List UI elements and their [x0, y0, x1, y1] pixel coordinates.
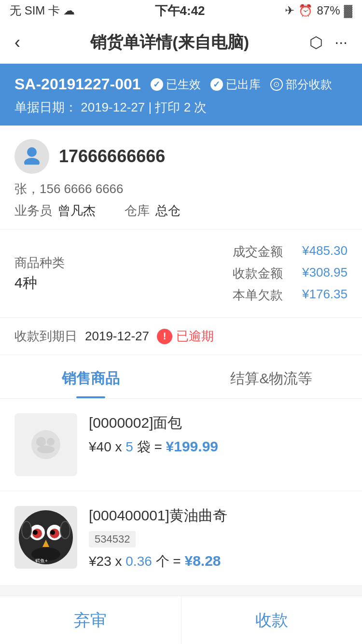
- salesman-item: 业务员 曾凡杰: [14, 202, 96, 219]
- status-left: 无 SIM 卡 ☁: [10, 3, 75, 18]
- overdue-text: 已逾期: [176, 328, 214, 345]
- quantity-1: 5: [125, 439, 133, 454]
- owl-placeholder: 鳄鱼+: [14, 506, 77, 569]
- product-price-2: ¥23 x 0.36 个 = ¥8.28: [89, 552, 348, 571]
- product-info-1: [0000002]面包 ¥40 x 5 袋 = ¥199.99: [89, 413, 348, 456]
- received-value: ¥308.95: [302, 265, 348, 282]
- warehouse-label: 仓库: [125, 202, 150, 219]
- owed-row: 本单欠款 ¥176.35: [233, 287, 348, 304]
- date-value: 2019-12-27: [81, 100, 145, 114]
- product-image-1: [14, 413, 77, 476]
- total-2: ¥8.28: [184, 553, 221, 569]
- svg-text:鳄鱼+: 鳄鱼+: [35, 558, 48, 563]
- svg-point-11: [33, 530, 38, 535]
- warehouse-item: 仓库 总仓: [125, 202, 181, 219]
- collect-payment-button[interactable]: 收款: [181, 596, 362, 644]
- svg-point-2: [31, 430, 60, 459]
- badge-shipped: ✓ 已出库: [210, 77, 261, 92]
- customer-section: 17666666666 张，156 6666 6666 业务员 曾凡杰 仓库 总…: [0, 126, 362, 229]
- battery-icon: ▓: [344, 4, 352, 17]
- customer-phone: 17666666666: [59, 146, 165, 167]
- product-name-1: [0000002]面包: [89, 413, 348, 433]
- order-date: 单据日期： 2019-12-27 | 打印 2 次: [14, 99, 348, 116]
- status-time: 下午4:42: [155, 2, 205, 19]
- product-tag-2: 534532: [89, 531, 348, 547]
- received-row: 收款金额 ¥308.95: [233, 265, 348, 282]
- unit-2: 个: [156, 554, 169, 569]
- due-section: 收款到期日 2019-12-27 ! 已逾期: [0, 318, 362, 354]
- user-icon: [22, 144, 42, 169]
- tabs-section: 销售商品 结算&物流等: [0, 355, 362, 399]
- owed-label: 本单欠款: [233, 287, 283, 304]
- back-button[interactable]: ‹: [14, 28, 30, 57]
- print-info: | 打印 2 次: [148, 100, 207, 114]
- stats-section: 商品种类 4种 成交金额 ¥485.30 收款金额 ¥308.95 本单欠款 ¥…: [0, 230, 362, 317]
- price-base-2: ¥23: [89, 554, 111, 569]
- check-icon-1: ✓: [151, 78, 163, 91]
- order-id: SA-20191227-001: [14, 75, 141, 93]
- salesman-value: 曾凡杰: [58, 202, 96, 219]
- svg-point-14: [22, 521, 31, 539]
- svg-point-5: [37, 446, 55, 453]
- badge-effective: ✓ 已生效: [151, 77, 201, 92]
- tab-settlement[interactable]: 结算&物流等: [181, 355, 362, 398]
- customer-detail: 张，156 6666 6666: [14, 181, 348, 197]
- cancel-review-button[interactable]: 弃审: [0, 596, 181, 644]
- battery-text: 87%: [317, 4, 340, 17]
- warehouse-value: 总仓: [155, 202, 181, 219]
- price-x-1: x: [115, 439, 126, 454]
- due-label: 收款到期日: [14, 328, 77, 345]
- order-header: SA-20191227-001 ✓ 已生效 ✓ 已出库 ⊙ 部分收款 单据日期：…: [0, 64, 362, 126]
- owed-value: ¥176.35: [302, 287, 348, 304]
- salesman-label: 业务员: [14, 202, 52, 219]
- quantity-2: 0.36: [125, 554, 152, 569]
- product-info-2: [000400001]黄油曲奇 534532 ¥23 x 0.36 个 = ¥8…: [89, 506, 348, 571]
- svg-point-15: [60, 521, 70, 539]
- table-row: [0000002]面包 ¥40 x 5 袋 = ¥199.99: [0, 399, 362, 490]
- check-icon-2: ✓: [210, 78, 223, 91]
- stats-types: 商品种类 4种: [14, 243, 65, 304]
- amount-value: ¥485.30: [302, 243, 348, 260]
- due-date: 2019-12-27: [85, 329, 149, 344]
- amount-row: 成交金额 ¥485.30: [233, 243, 348, 260]
- share-icon[interactable]: ⬡: [309, 33, 323, 52]
- svg-point-4: [47, 438, 55, 446]
- clock-icon: ⊙: [270, 78, 283, 91]
- bread-placeholder: [14, 413, 77, 476]
- product-image-2: 鳄鱼+: [14, 506, 77, 569]
- unit-1: 袋: [137, 439, 151, 454]
- nav-bar: ‹ 销货单详情(来自电脑) ⬡ ···: [0, 21, 362, 64]
- received-label: 收款金额: [233, 265, 283, 282]
- price-eq-2: =: [173, 554, 184, 569]
- date-label: 单据日期：: [14, 100, 77, 114]
- types-label: 商品种类: [14, 254, 65, 271]
- types-value: 4种: [14, 273, 65, 293]
- customer-meta: 业务员 曾凡杰 仓库 总仓: [14, 202, 348, 219]
- product-name-2: [000400001]黄油曲奇: [89, 506, 348, 526]
- product-price-1: ¥40 x 5 袋 = ¥199.99: [89, 438, 348, 456]
- svg-point-12: [50, 530, 55, 535]
- nav-actions: ⬡ ···: [309, 33, 348, 52]
- stats-amounts: 成交金额 ¥485.30 收款金额 ¥308.95 本单欠款 ¥176.35: [233, 243, 348, 304]
- svg-point-1: [24, 158, 40, 165]
- bottom-bar: 弃审 收款: [0, 596, 362, 644]
- total-1: ¥199.99: [166, 438, 218, 454]
- badge-partial-payment: ⊙ 部分收款: [270, 77, 332, 92]
- tab-sales-products[interactable]: 销售商品: [0, 355, 181, 398]
- status-right: ✈ ⏰ 87% ▓: [285, 4, 352, 17]
- overdue-icon: !: [157, 329, 172, 344]
- order-header-top: SA-20191227-001 ✓ 已生效 ✓ 已出库 ⊙ 部分收款: [14, 75, 348, 93]
- alarm-icon: ⏰: [298, 4, 313, 17]
- customer-row: 17666666666: [14, 139, 348, 174]
- page-title: 销货单详情(来自电脑): [30, 31, 309, 54]
- price-base-1: ¥40: [89, 439, 111, 454]
- amount-label: 成交金额: [233, 243, 283, 260]
- avatar: [14, 139, 49, 174]
- svg-point-0: [27, 147, 37, 157]
- price-eq-1: =: [154, 439, 166, 454]
- location-icon: ✈: [285, 4, 294, 17]
- status-bar: 无 SIM 卡 ☁ 下午4:42 ✈ ⏰ 87% ▓: [0, 0, 362, 21]
- more-icon[interactable]: ···: [334, 33, 348, 51]
- svg-point-3: [36, 437, 46, 447]
- signal-text: 无 SIM 卡 ☁: [10, 3, 75, 18]
